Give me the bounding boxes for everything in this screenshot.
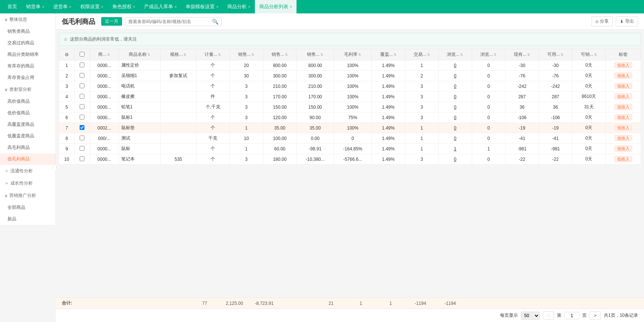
sidebar-group-circulation[interactable]: ＞ 流通性分析: [0, 165, 55, 177]
row-name[interactable]: 笔记本: [119, 154, 160, 165]
sidebar-item-in-stock[interactable]: 有库存的商品: [0, 60, 55, 72]
select-all-checkbox[interactable]: [80, 52, 84, 57]
sidebar-item-low-value[interactable]: 低价值商品: [0, 107, 55, 119]
views1-link[interactable]: 1: [454, 146, 456, 152]
sidebar-item-high-value[interactable]: 高价值商品: [0, 96, 55, 107]
col-current-stock[interactable]: 现有...⇅: [505, 49, 539, 60]
views1-link[interactable]: 0: [454, 125, 456, 131]
col-sales-qty[interactable]: 销售...⇅: [230, 49, 263, 60]
row-checkbox-cell[interactable]: [74, 71, 90, 81]
sidebar-collapse-button[interactable]: 《: [52, 165, 59, 171]
sidebar-item-traded-products[interactable]: 交易过的商品: [0, 37, 55, 49]
col-code[interactable]: 商...⇅: [90, 49, 119, 60]
col-spec[interactable]: 规格...⇅: [160, 49, 196, 60]
row-name[interactable]: 吴细细1: [119, 71, 160, 81]
filter-period-button[interactable]: 近一月: [101, 17, 122, 26]
nav-item-permission[interactable]: 权限设置 ×: [76, 0, 108, 13]
nav-item-purchase[interactable]: 进货单 ×: [49, 0, 76, 13]
sidebar-item-sales-products[interactable]: 销售类商品: [0, 26, 55, 37]
nav-item-template[interactable]: 单据模板设置 ×: [181, 0, 223, 13]
row-checkbox[interactable]: [80, 115, 84, 119]
row-checkbox[interactable]: [80, 146, 84, 151]
views1-link[interactable]: 0: [454, 84, 456, 89]
row-checkbox[interactable]: [80, 104, 84, 109]
share-button[interactable]: ⎋ 分享: [592, 16, 613, 26]
row-checkbox[interactable]: [80, 63, 84, 67]
page-number-input[interactable]: [564, 312, 579, 319]
close-icon[interactable]: ×: [290, 5, 292, 9]
views1-link[interactable]: 0: [454, 157, 456, 162]
row-views1[interactable]: 0: [439, 102, 472, 112]
row-name[interactable]: 鼠标1: [119, 112, 160, 123]
export-button[interactable]: ⬇ 导出: [616, 16, 638, 26]
col-sales-profit[interactable]: 销售...⇅: [297, 49, 334, 60]
row-name[interactable]: 鼠标: [119, 144, 160, 154]
row-checkbox-cell[interactable]: [74, 81, 90, 92]
close-icon[interactable]: ×: [174, 5, 177, 9]
row-views1[interactable]: 0: [439, 81, 472, 92]
row-checkbox[interactable]: [80, 83, 84, 88]
row-name[interactable]: 鼠标垫: [119, 123, 160, 133]
sidebar-item-all-products[interactable]: 全部商品: [0, 202, 55, 213]
col-checkbox[interactable]: [74, 49, 90, 60]
next-page-button[interactable]: ＞: [590, 311, 601, 320]
close-icon[interactable]: ×: [216, 5, 218, 9]
row-checkbox[interactable]: [80, 136, 84, 140]
row-views1[interactable]: 0: [439, 112, 472, 123]
row-checkbox-cell[interactable]: [74, 144, 90, 154]
row-name[interactable]: 电话机: [119, 81, 160, 92]
row-checkbox[interactable]: [80, 156, 84, 161]
nav-item-sales[interactable]: 销货单 ×: [22, 0, 49, 13]
row-checkbox[interactable]: [80, 73, 84, 78]
col-views2[interactable]: 浏览...⇅: [472, 49, 505, 60]
row-checkbox-cell[interactable]: [74, 60, 90, 71]
col-name[interactable]: 商品名称⇅: [119, 49, 160, 60]
row-checkbox-cell[interactable]: [74, 112, 90, 123]
nav-item-product-warehouse[interactable]: 产成品入库单 ×: [140, 0, 181, 13]
views1-link[interactable]: 0: [454, 136, 456, 141]
search-icon[interactable]: 🔍: [212, 19, 218, 25]
close-icon[interactable]: ×: [248, 5, 250, 9]
sidebar-item-low-margin[interactable]: 低毛利商品: [0, 153, 55, 165]
views1-link[interactable]: 0: [454, 115, 456, 120]
nav-item-home[interactable]: 首页: [3, 0, 22, 13]
row-checkbox-cell[interactable]: [74, 92, 90, 102]
row-checkbox-cell[interactable]: [74, 102, 90, 112]
row-name[interactable]: 测试: [119, 133, 160, 144]
close-icon[interactable]: ×: [69, 5, 71, 9]
sidebar-item-new-products[interactable]: 新品: [0, 213, 55, 225]
col-coverage[interactable]: 覆盖...⇅: [372, 49, 405, 60]
sidebar-item-stock-capital[interactable]: 库存资金占用: [0, 72, 55, 83]
row-views1[interactable]: 0: [439, 133, 472, 144]
col-sales-amt[interactable]: 销售...⇅: [263, 49, 297, 60]
row-checkbox-cell[interactable]: [74, 154, 90, 165]
row-views1[interactable]: 0: [439, 71, 472, 81]
col-unit[interactable]: 计量...⇅: [196, 49, 230, 60]
sidebar-item-category-rate[interactable]: 商品分类助销率: [0, 49, 55, 60]
search-input[interactable]: [128, 19, 212, 24]
col-tag[interactable]: 标签: [606, 49, 641, 60]
row-name[interactable]: 铅笔1: [119, 102, 160, 112]
col-salable-days[interactable]: 可销...⇅: [572, 49, 606, 60]
sidebar-item-low-coverage[interactable]: 低覆盖度商品: [0, 130, 55, 142]
col-views1[interactable]: 浏览...⇅: [439, 49, 472, 60]
sidebar-group-analysis[interactable]: ∨ 类射室分析: [0, 83, 55, 96]
sidebar-group-overall[interactable]: ∨ 整体信息: [0, 13, 55, 26]
close-icon[interactable]: ×: [42, 5, 44, 9]
nav-item-product-analysis-list[interactable]: 商品分析列表 ×: [255, 0, 297, 13]
views1-link[interactable]: 0: [454, 73, 456, 79]
row-name[interactable]: 橡皮擦: [119, 92, 160, 102]
row-views1[interactable]: 0: [439, 60, 472, 71]
row-name[interactable]: 属性定价: [119, 60, 160, 71]
close-icon[interactable]: ×: [133, 5, 135, 9]
row-views1[interactable]: 0: [439, 154, 472, 165]
sidebar-group-growth[interactable]: ＞ 成长性分析: [0, 177, 55, 189]
col-available-stock[interactable]: 可用...⇅: [539, 49, 572, 60]
row-views1[interactable]: 1: [439, 144, 472, 154]
close-icon[interactable]: ×: [101, 5, 103, 9]
views1-link[interactable]: 0: [454, 105, 456, 110]
col-settings[interactable]: ⚙: [59, 49, 75, 60]
views1-link[interactable]: 0: [454, 63, 456, 68]
row-views1[interactable]: 0: [439, 123, 472, 133]
sidebar-item-high-margin[interactable]: 高毛利商品: [0, 142, 55, 153]
